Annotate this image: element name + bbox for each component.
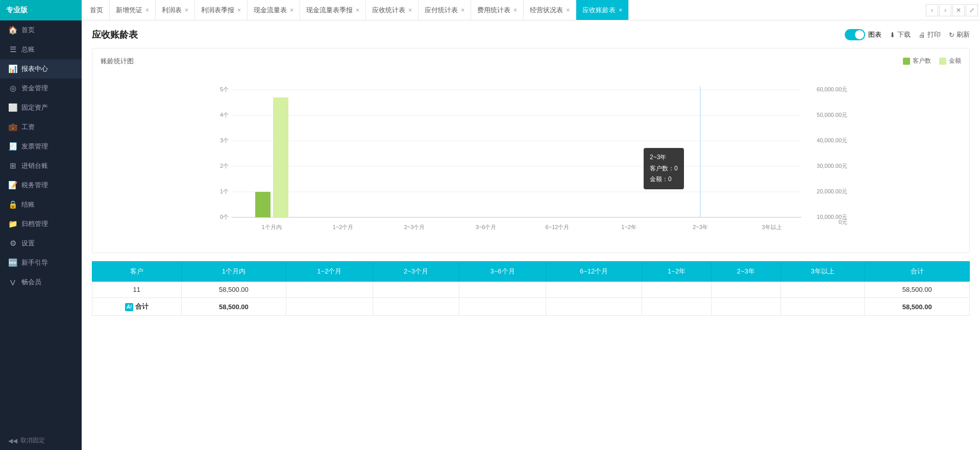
sidebar-item-finance[interactable]: ◎ 资金管理 [0, 79, 82, 98]
col-header-m3: 2~3个月 [373, 262, 459, 282]
col-header-customer: 客户 [92, 262, 182, 282]
tab-expense-stat-label: 费用统计表 [477, 6, 510, 15]
closing-icon: 🔒 [8, 200, 17, 209]
tab-voucher-close[interactable]: × [145, 7, 149, 14]
sidebar-item-tax[interactable]: 📝 税务管理 [0, 176, 82, 195]
tab-receivable-stat-close[interactable]: × [408, 7, 412, 14]
cell-m5 [546, 282, 642, 298]
sidebar-item-label: 报表中心 [21, 64, 48, 73]
tab-home[interactable]: 首页 [84, 0, 110, 20]
tab-cashflow-quarter-close[interactable]: × [356, 7, 359, 14]
table-summary-row: Ai合计 58,500.00 58,500.00 [92, 298, 970, 316]
print-label: 打印 [927, 30, 941, 39]
home-icon: 🏠 [8, 26, 17, 35]
bar-count-1 [255, 192, 271, 217]
tab-payable-stat-close[interactable]: × [461, 7, 464, 14]
tab-profit-close[interactable]: × [185, 7, 188, 14]
sidebar-item-label: 总账 [21, 45, 35, 54]
tab-cashflow[interactable]: 现金流量表 × [248, 0, 300, 20]
legend-customer-label: 客户数 [913, 57, 931, 65]
archive-icon: 📁 [8, 219, 17, 229]
col-header-m2: 1~2个月 [286, 262, 373, 282]
invoice-icon: 🧾 [8, 142, 17, 151]
chart-area: 账龄统计图 客户数 金额 5个 4个 3个 [92, 48, 970, 253]
sidebar-item-guide[interactable]: 🆕 新手引导 [0, 253, 82, 272]
sidebar-item-label: 资金管理 [21, 84, 48, 93]
col-header-m5: 6~12个月 [546, 262, 642, 282]
svg-text:20,000.00元: 20,000.00元 [817, 188, 847, 194]
tab-business-stat[interactable]: 经营状况表 × [524, 0, 576, 20]
sidebar-item-label: 结账 [21, 200, 35, 209]
tab-maximize[interactable]: ⤢ [966, 4, 978, 16]
sidebar-item-closing[interactable]: 🔒 结账 [0, 195, 82, 214]
page-container: 应收账龄表 图表 ⬇ 下载 🖨 打印 ↻ [82, 20, 980, 450]
sidebar-item-label: 新手引导 [21, 258, 48, 267]
sidebar-item-label: 税务管理 [21, 181, 48, 190]
svg-text:6~12个月: 6~12个月 [546, 224, 570, 230]
sidebar-item-archive[interactable]: 📁 归档管理 [0, 214, 82, 234]
tab-cashflow-close[interactable]: × [290, 7, 293, 14]
sidebar-item-label: 设置 [21, 239, 35, 248]
purchase-icon: ⊞ [8, 161, 17, 170]
col-header-m7: 2~3年 [711, 262, 780, 282]
col-header-m1: 1个月内 [181, 262, 286, 282]
sidebar-item-settings[interactable]: ⚙ 设置 [0, 234, 82, 253]
main-area: 首页 新增凭证 × 利润表 × 利润表季报 × 现金流量表 × 现金流量表季报 … [82, 0, 980, 450]
sidebar-item-report[interactable]: 📊 报表中心 [0, 59, 82, 79]
svg-text:2~3个月: 2~3个月 [404, 224, 425, 230]
tab-profit-quarter-label: 利润表季报 [201, 6, 234, 15]
tab-profit-quarter-close[interactable]: × [237, 7, 241, 14]
tab-voucher[interactable]: 新增凭证 × [110, 0, 156, 20]
summary-m5 [546, 298, 642, 316]
download-label: 下载 [897, 30, 911, 39]
sidebar-item-salary[interactable]: 💼 工资 [0, 117, 82, 137]
tab-expense-stat[interactable]: 费用统计表 × [471, 0, 524, 20]
tab-profit-quarter[interactable]: 利润表季报 × [195, 0, 248, 20]
tab-cashflow-quarter[interactable]: 现金流量表季报 × [300, 0, 366, 20]
sidebar-logo: 专业版 [0, 0, 82, 20]
tab-close-all[interactable]: ✕ [952, 4, 965, 16]
summary-icon: Ai [125, 303, 133, 311]
svg-text:5个: 5个 [220, 86, 229, 92]
sidebar-item-assets[interactable]: ⬜ 固定资产 [0, 98, 82, 117]
finance-icon: ◎ [8, 84, 17, 93]
svg-text:2~3年: 2~3年 [693, 224, 708, 230]
tab-nav-prev[interactable]: ‹ [926, 4, 938, 16]
download-icon: ⬇ [890, 31, 895, 39]
sidebar-item-home[interactable]: 🏠 首页 [0, 20, 82, 40]
page-actions: 图表 ⬇ 下载 🖨 打印 ↻ 刷新 [845, 29, 970, 40]
download-button[interactable]: ⬇ 下载 [890, 30, 911, 39]
tab-aging[interactable]: 应收账龄表 × [576, 0, 629, 20]
sidebar-pin-toggle[interactable]: ◀◀ 取消固定 [0, 431, 82, 450]
tab-payable-stat-label: 应付统计表 [425, 6, 458, 15]
svg-text:2个: 2个 [220, 163, 229, 169]
guide-icon: 🆕 [8, 258, 17, 267]
print-button[interactable]: 🖨 打印 [919, 30, 941, 39]
salary-icon: 💼 [8, 122, 17, 132]
tab-expense-stat-close[interactable]: × [513, 7, 517, 14]
tab-profit[interactable]: 利润表 × [156, 0, 195, 20]
bar-amount-1 [273, 97, 288, 217]
sidebar: 专业版 🏠 首页 ☰ 总账 📊 报表中心 ◎ 资金管理 ⬜ 固定资产 💼 工资 … [0, 0, 82, 450]
refresh-button[interactable]: ↻ 刷新 [949, 30, 970, 39]
svg-text:0个: 0个 [220, 214, 229, 220]
sidebar-item-label: 进销台账 [21, 161, 48, 170]
svg-text:4个: 4个 [220, 112, 229, 118]
refresh-icon: ↻ [949, 31, 954, 39]
sidebar-item-invoice[interactable]: 🧾 发票管理 [0, 137, 82, 156]
chart-toggle[interactable] [845, 29, 865, 40]
tab-receivable-stat[interactable]: 应收统计表 × [366, 0, 419, 20]
tab-aging-close[interactable]: × [619, 7, 622, 14]
sidebar-item-label: 工资 [21, 122, 35, 132]
sidebar-item-label: 畅会员 [21, 278, 41, 287]
svg-text:3~6个月: 3~6个月 [476, 224, 497, 230]
sidebar-item-purchase[interactable]: ⊞ 进销台账 [0, 156, 82, 176]
sidebar-item-member[interactable]: V 畅会员 [0, 272, 82, 292]
sidebar-item-ledger[interactable]: ☰ 总账 [0, 40, 82, 59]
legend-customer-color [903, 58, 910, 65]
tab-nav-next[interactable]: › [939, 4, 951, 16]
svg-text:30,000.00元: 30,000.00元 [817, 163, 847, 169]
tab-cashflow-label: 现金流量表 [254, 6, 287, 15]
tab-payable-stat[interactable]: 应付统计表 × [419, 0, 471, 20]
tab-business-stat-close[interactable]: × [566, 7, 570, 14]
